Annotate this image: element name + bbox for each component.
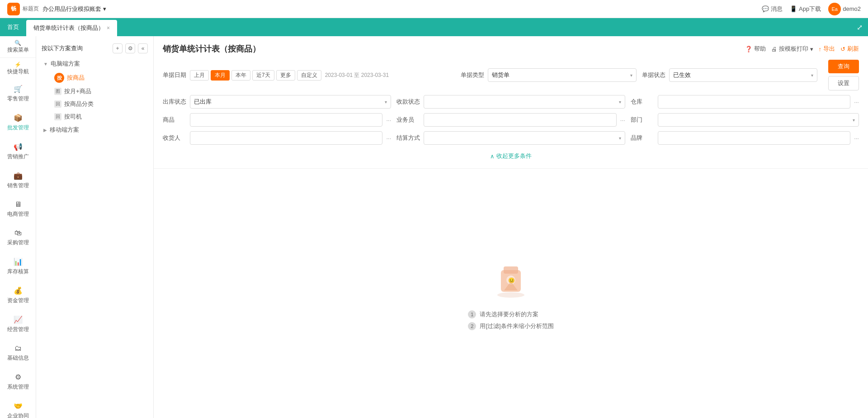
- payment-status-select[interactable]: ▾: [424, 95, 625, 109]
- outstatus-select[interactable]: 已出库 ▾: [190, 95, 391, 109]
- payment-status-arrow-icon: ▾: [619, 100, 621, 104]
- nav-item-purchase[interactable]: 🛍 采购管理: [0, 223, 36, 252]
- tree-item-by-cashier[interactable]: 回 按司机: [51, 110, 153, 123]
- filter-doctype-field: 单据类型 销货单 ▾: [461, 68, 636, 82]
- brand-input[interactable]: [658, 131, 850, 145]
- date-btn-this-month[interactable]: 本月: [211, 70, 230, 81]
- goods-dots-btn[interactable]: ···: [386, 117, 391, 124]
- panel-header-actions: ❓ 帮助 🖨 按模板打印 ▾ ↑ 导出 ↺ 刷新: [745, 45, 859, 53]
- tab-close-icon[interactable]: ×: [107, 25, 110, 31]
- filter-receiver-field: 收货人 ···: [163, 131, 391, 145]
- tab-sales-stat[interactable]: 销货单统计计表（按商品） ×: [26, 20, 117, 36]
- nav-item-operations[interactable]: 📈 经营管理: [0, 310, 36, 339]
- doctype-arrow-icon: ▾: [630, 73, 632, 78]
- tab-home[interactable]: 首页: [0, 18, 26, 36]
- panel-title: 销货单统计计表（按商品）: [163, 43, 260, 54]
- app-selector[interactable]: 办公用品行业模拟账套 ▾: [42, 5, 106, 13]
- nav-item-inventory[interactable]: 📊 库存核算: [0, 252, 36, 281]
- date-btn-last7days[interactable]: 近7天: [252, 70, 274, 81]
- empty-tip-2: 2 用[过滤]条件来缩小分析范围: [468, 322, 553, 330]
- export-btn[interactable]: ↑ 导出: [819, 45, 835, 53]
- tree-pc-group-label: 电脑端方案: [51, 60, 80, 68]
- sales-stat-tab-label: 销货单统计计表（按商品）: [33, 24, 104, 32]
- date-btn-custom[interactable]: 自定义: [297, 70, 321, 81]
- tree-item-by-goods[interactable]: 按 按商品: [51, 71, 153, 85]
- collapse-sidebar-btn[interactable]: «: [138, 43, 148, 53]
- top-bar-right: 💬 消息 📱 App下载 Ea demo2: [762, 3, 861, 15]
- message-label: 消息: [771, 5, 783, 13]
- filter-brand-field: 品牌 ···: [631, 131, 859, 145]
- warehouse-dots-btn[interactable]: ···: [854, 99, 859, 105]
- export-label: 导出: [823, 45, 835, 53]
- date-control: 上月 本月 本年 近7天 更多 自定义 2023-03-01 至 2023-03…: [190, 70, 455, 81]
- scheme-icon-month: 图: [54, 88, 61, 95]
- tab-bar-actions: ⤢: [857, 23, 868, 32]
- brand-label: 品牌: [631, 134, 658, 142]
- dept-select[interactable]: ▾: [658, 113, 859, 127]
- date-btn-more[interactable]: 更多: [276, 70, 295, 81]
- message-icon: 💬: [762, 5, 769, 12]
- nav-item-system[interactable]: ⚙ 系统管理: [0, 367, 36, 396]
- settings-btn[interactable]: 设置: [828, 76, 859, 90]
- salesperson-input[interactable]: [424, 113, 616, 127]
- app-download-btn[interactable]: 📱 App下载: [790, 5, 821, 13]
- salesperson-dots-btn[interactable]: ···: [620, 117, 625, 124]
- tree-mobile-group[interactable]: ▶ 移动端方案: [36, 123, 153, 137]
- tree-item-by-month-goods[interactable]: 图 按月+商品: [51, 85, 153, 98]
- nav-item-search[interactable]: 🔍 搜索菜单: [0, 36, 36, 58]
- add-scheme-btn[interactable]: +: [113, 43, 123, 53]
- tree-pc-group[interactable]: ▼ 电脑端方案: [36, 57, 153, 71]
- active-scheme-icon: 按: [54, 73, 64, 83]
- filter-sidebar-title-text: 按以下方案查询: [42, 44, 83, 52]
- receiver-dots-btn[interactable]: ···: [386, 135, 391, 142]
- tree-item-by-cashier-label: 按司机: [64, 113, 82, 121]
- nav-item-wholesale[interactable]: 📦 批发管理: [0, 108, 36, 137]
- date-btn-last-month[interactable]: 上月: [190, 70, 209, 81]
- nav-item-ecommerce[interactable]: 🖥 电商管理: [0, 195, 36, 223]
- nav-item-collab[interactable]: 🤝 企业协同: [0, 396, 36, 418]
- print-btn[interactable]: 🖨 按模板打印 ▾: [771, 45, 813, 53]
- user-area[interactable]: Ea demo2: [828, 3, 861, 15]
- nav-item-marketing[interactable]: 📢 营销推广: [0, 137, 36, 166]
- filter-row-4: 收货人 ··· 结算方式 ▾: [163, 131, 859, 145]
- goods-input[interactable]: [190, 113, 382, 127]
- marketing-icon: 📢: [14, 142, 23, 151]
- refresh-btn[interactable]: ↺ 刷新: [840, 45, 859, 53]
- message-btn[interactable]: 💬 消息: [762, 5, 783, 13]
- date-quick-btns: 上月 本月 本年 近7天 更多 自定义: [190, 70, 321, 81]
- nav-item-base[interactable]: 🗂 基础信息: [0, 339, 36, 367]
- date-label: 单据日期: [163, 71, 190, 79]
- tip-1-num: 1: [468, 310, 476, 318]
- nav-item-sales[interactable]: 💼 销售管理: [0, 166, 36, 195]
- payment-method-select[interactable]: ▾: [424, 131, 625, 145]
- tree-item-by-category[interactable]: 回 按商品分类: [51, 98, 153, 110]
- scheme-icon-cashier: 回: [54, 113, 61, 120]
- payment-method-label: 结算方式: [396, 134, 424, 142]
- nav-item-quick[interactable]: ⚡ 快捷导航: [0, 58, 36, 79]
- user-name: demo2: [843, 5, 861, 12]
- brand-dots-btn[interactable]: ···: [854, 135, 859, 142]
- query-buttons: 查询 设置: [823, 60, 859, 90]
- empty-tips: 1 请先选择要分析的方案 2 用[过滤]条件来缩小分析范围: [468, 310, 553, 330]
- nav-item-retail[interactable]: 🛒 零售管理: [0, 79, 36, 108]
- tip-1-text: 请先选择要分析的方案: [480, 310, 538, 318]
- warehouse-input[interactable]: [658, 95, 850, 109]
- docstatus-select[interactable]: 已生效 ▾: [669, 68, 817, 82]
- avatar: Ea: [828, 3, 841, 15]
- date-btn-this-year[interactable]: 本年: [231, 70, 250, 81]
- tab-bar: 首页 销货单统计计表（按商品） × ⤢: [0, 18, 868, 36]
- tab-expand-btn[interactable]: ⤢: [857, 23, 863, 32]
- scheme-settings-btn[interactable]: ⚙: [125, 43, 135, 53]
- query-btn[interactable]: 查询: [828, 60, 859, 73]
- quick-icon: ⚡: [14, 62, 21, 68]
- top-bar: 畅 标题页 办公用品行业模拟账套 ▾ 💬 消息 📱 App下载 Ea demo2: [0, 0, 868, 18]
- collab-icon: 🤝: [14, 402, 23, 410]
- receiver-input[interactable]: [190, 131, 382, 145]
- content-area: 按以下方案查询 + ⚙ « ▼ 电脑端方案 按 按商品 图 按月+: [36, 36, 868, 418]
- doctype-select[interactable]: 销货单 ▾: [488, 68, 636, 82]
- tree-pc-children: 按 按商品 图 按月+商品 回 按商品分类 回 按司机: [36, 71, 153, 123]
- collapse-filter-btn[interactable]: ∧ 收起更多条件: [163, 149, 859, 163]
- receiver-label: 收货人: [163, 134, 190, 142]
- nav-item-finance[interactable]: 💰 资金管理: [0, 281, 36, 310]
- help-btn[interactable]: ❓ 帮助: [745, 45, 766, 53]
